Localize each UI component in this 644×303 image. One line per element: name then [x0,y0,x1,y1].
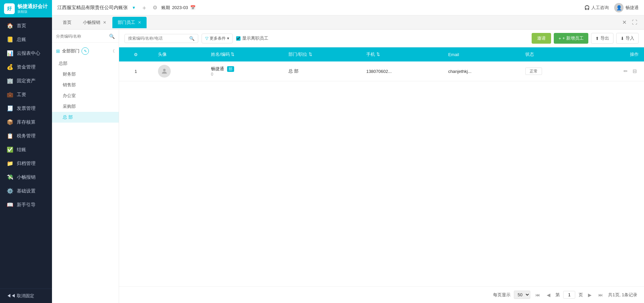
expand-tabs-button[interactable]: ⛶ [631,18,639,27]
add-employee-button[interactable]: + + 新增员工 [554,33,588,44]
page-size-label: 每页显示 [493,292,511,298]
period-label: 账期 [161,5,170,11]
employee-code: 0 [211,72,278,77]
dept-search-input[interactable] [56,34,109,39]
prev-page-button[interactable]: ◀ [545,292,552,298]
assets-icon: 🏢 [7,78,13,84]
dept-item-finance[interactable]: 财务部 [52,69,119,80]
sidebar-item-assets[interactable]: 🏢 固定资产 [0,74,52,88]
sidebar-item-home[interactable]: 🏠 首页 [0,19,52,33]
pagination: 每页显示 50 ⏮ ◀ 第 页 ▶ ⏭ 共1页, 1条记录 [119,286,644,303]
more-filters-button[interactable]: ▽ 更多条件 ▾ [202,34,233,43]
sidebar-item-ledger[interactable]: 📒 总账 [0,33,52,46]
col-dept[interactable]: 部门/职位 ⇅ [283,47,361,61]
dept-item-headquarters[interactable]: 总 部 [52,112,119,123]
department-panel: 🔍 ⊞ 全部部门 ✎ 《 总部 财务部 销售部 办公室 [52,30,119,303]
resigned-checkbox-input[interactable] [236,36,240,41]
sidebar-item-archive[interactable]: 📁 归档管理 [0,157,52,170]
employee-search-icon[interactable]: 🔍 [189,36,195,41]
sidebar-item-label: 库存核算 [17,119,36,125]
tax-icon: 📋 [7,133,13,139]
sidebar-item-guide[interactable]: 📖 新手引导 [0,198,52,212]
filter-label: 更多条件 [210,36,226,41]
sidebar-item-reports[interactable]: 📊 云报表中心 [0,46,52,60]
customer-service-button[interactable]: 🎧 人工咨询 [584,5,609,11]
dept-search-icon[interactable]: 🔍 [109,34,115,39]
first-page-button[interactable]: ⏮ [534,292,542,298]
settings-gear-icon[interactable]: ⚙ [153,4,157,11]
user-menu[interactable]: 👤 畅捷通 [614,3,639,12]
row-avatar [153,61,206,81]
export-button[interactable]: ⬆ 导出 [591,33,613,44]
export-label: 导出 [600,35,609,41]
col-settings[interactable]: ⚙ [119,47,153,61]
collapse-panel-icon[interactable]: 《 [111,48,115,54]
sidebar-item-closing[interactable]: ✅ 结账 [0,143,52,157]
col-phone[interactable]: 手机 ⇅ [361,47,443,61]
import-label: 导入 [626,35,634,41]
tab-expense-label: 小畅报销 [83,19,100,26]
total-records-label: 共1页, 1条记录 [608,292,637,298]
close-expense-tab-icon[interactable]: ✕ [103,20,106,25]
calendar-icon: 📅 [190,5,196,10]
plus-icon: + [558,36,561,41]
next-page-button[interactable]: ▶ [586,292,593,298]
import-button[interactable]: ⬇ 导入 [616,33,639,44]
period-selector[interactable]: 账期 2023-03 📅 [161,5,196,11]
company-dropdown-icon[interactable]: ▼ [132,5,136,10]
invite-button[interactable]: 邀请 [532,33,551,44]
table-row: 1 畅捷通 部 [119,61,644,81]
page-number-input[interactable] [563,291,575,299]
dept-item-label: 总 部 [63,115,73,120]
page-text: 第 [555,292,560,298]
dept-item-label: 销售部 [63,82,76,87]
col-email: Email [443,47,520,61]
sidebar-item-tax[interactable]: 📋 税务管理 [0,129,52,143]
employee-table-wrap: ⚙ 头像 姓名/编码 ⇅ 部门/职位 ⇅ 手机 ⇅ Email [119,47,644,286]
sidebar-item-payroll[interactable]: 💼 工资 [0,88,52,101]
add-tab-button[interactable]: ＋ [140,4,149,12]
dept-item-purchase[interactable]: 采购部 [52,101,119,112]
sidebar-item-invoice[interactable]: 🧾 发票管理 [0,101,52,115]
row-dept: 总 部 [283,61,361,81]
sidebar-item-label: 总账 [17,37,26,43]
employee-search-box: 🔍 [124,34,198,43]
sidebar-item-finance[interactable]: 💰 资金管理 [0,60,52,74]
sidebar-item-label: 基础设置 [17,188,36,194]
sidebar-unpin-button[interactable]: ◀◀ 取消固定 [0,289,52,303]
sidebar-item-label: 固定资产 [17,78,36,84]
employee-dept-badge: 部 [227,66,234,72]
employee-search-input[interactable] [128,36,187,41]
dept-item-sales[interactable]: 销售部 [52,80,119,90]
toolbar-actions: 邀请 + + 新增员工 ⬆ 导出 ⬇ 导入 [532,33,639,44]
show-resigned-checkbox[interactable]: 显示离职员工 [236,35,268,41]
col-name[interactable]: 姓名/编码 ⇅ [206,47,283,61]
edit-dept-button[interactable]: ✎ [82,47,89,55]
close-employee-tab-icon[interactable]: ✕ [138,20,141,25]
sidebar-item-settings[interactable]: ⚙️ 基础设置 [0,184,52,198]
employee-more-button[interactable]: ⊟ [631,68,639,75]
sidebar-item-expense[interactable]: 💸 小畅报销 [0,170,52,184]
sidebar-item-label: 小畅报销 [17,174,36,180]
dept-item-office[interactable]: 办公室 [52,90,119,101]
sidebar-item-label: 资金管理 [17,64,36,70]
tab-expense[interactable]: 小畅报销 ✕ [77,17,112,28]
tabbar: 首页 小畅报销 ✕ 部门员工 ✕ ✕ ⛶ [52,15,644,30]
username-label: 畅捷通 [626,5,639,11]
sidebar-item-label: 归档管理 [17,161,36,167]
tab-home[interactable]: 首页 [57,17,77,28]
row-index: 1 [119,61,153,81]
guide-icon: 📖 [7,202,13,208]
dept-item-general[interactable]: 总部 [52,58,119,69]
page-size-select[interactable]: 50 [514,291,530,299]
company-name: 江西服宝精品有限责任公司内账张 [57,5,128,11]
tab-employee[interactable]: 部门员工 ✕ [112,17,147,28]
last-page-button[interactable]: ⏭ [597,292,605,298]
all-departments-header[interactable]: ⊞ 全部部门 ✎ 《 [52,45,119,57]
row-phone: 138070602... [361,61,443,81]
close-all-tabs-button[interactable]: ✕ [621,18,628,27]
archive-icon: 📁 [7,160,13,167]
sidebar-item-inventory[interactable]: 📦 库存核算 [0,115,52,129]
edit-employee-button[interactable]: ✏ [622,68,630,75]
tab-employee-label: 部门员工 [118,19,135,26]
